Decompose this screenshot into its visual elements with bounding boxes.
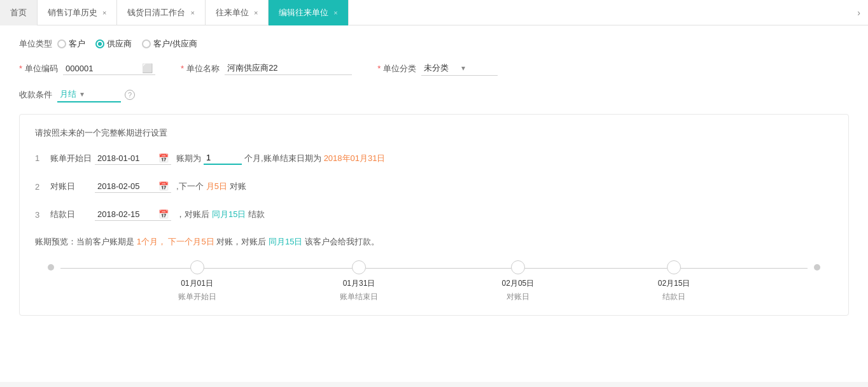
timeline: 01月01日账单开始日01月31日账单结束日02月05日对账日02月15日结款日 xyxy=(35,260,833,302)
preview-part3: 对账，对账后 xyxy=(216,237,266,246)
period-calendar-icon-1[interactable]: 📅 xyxy=(158,153,169,163)
tab-home-label: 首页 xyxy=(10,7,27,18)
radio-customer-circle xyxy=(57,39,66,48)
unit-code-input-wrapper: ⬜ xyxy=(63,62,155,75)
period-date-3: 📅 xyxy=(95,208,171,221)
unit-name-field: * 单位名称 xyxy=(181,62,352,75)
period-suffix-1: 账期为 个月,账单结束日期为 2018年01月31日 xyxy=(176,151,385,165)
panel-title: 请按照未来的一个完整帐期进行设置 xyxy=(35,127,833,139)
radio-both-circle xyxy=(142,39,151,48)
unit-code-input[interactable] xyxy=(63,62,139,74)
tab-partner-units[interactable]: 往来单位 × xyxy=(206,0,269,25)
unit-info-row: * 单位编码 ⬜ * 单位名称 * 单位分类 未分类 ▾ xyxy=(19,61,849,76)
close-edit-partner[interactable]: × xyxy=(333,9,337,17)
timeline-dot-0 xyxy=(190,260,204,274)
period-row-2: 2 对账日 📅 ,下一个 月5日 对账 xyxy=(35,180,833,193)
unit-code-star: * xyxy=(19,64,22,73)
timeline-date-3: 02月15日 xyxy=(658,278,690,289)
radio-supplier-label: 供应商 xyxy=(107,38,132,50)
radio-supplier[interactable]: 供应商 xyxy=(95,38,132,50)
period-suffix-text-3: 结款 xyxy=(248,209,265,220)
timeline-name-0: 账单开始日 xyxy=(178,292,216,302)
timeline-dot-1 xyxy=(352,260,366,274)
radio-both[interactable]: 客户/供应商 xyxy=(142,38,197,50)
period-suffix-2: ,下一个 月5日 对账 xyxy=(176,181,246,192)
close-cash-workbench[interactable]: × xyxy=(190,9,194,17)
tab-home[interactable]: 首页 xyxy=(0,0,38,25)
radio-both-label: 客户/供应商 xyxy=(153,38,197,50)
unit-code-field: * 单位编码 ⬜ xyxy=(19,62,155,75)
payment-select[interactable]: 月结 ▾ xyxy=(57,87,121,102)
timeline-date-0: 01月01日 xyxy=(181,278,213,289)
timeline-points: 01月01日账单开始日01月31日账单结束日02月05日对账日02月15日结款日 xyxy=(48,260,820,302)
tabs-bar: 首页 销售订单历史 × 钱货日清工作台 × 往来单位 × 编辑往来单位 × › xyxy=(0,0,868,25)
tab-cash-workbench[interactable]: 钱货日清工作台 × xyxy=(117,0,205,25)
payment-value: 月结 xyxy=(60,88,76,100)
period-highlight-3: 同月15日 xyxy=(212,209,246,220)
period-prefix-3: ，对账后 xyxy=(176,209,209,220)
period-highlight-2: 月5日 xyxy=(206,181,227,192)
radio-customer[interactable]: 客户 xyxy=(57,38,85,50)
timeline-point-2: 02月05日对账日 xyxy=(502,260,535,302)
unit-name-input[interactable] xyxy=(225,62,352,75)
unit-type-row: 单位类型 客户 供应商 客户/供应商 xyxy=(19,38,849,50)
period-calendar-icon-3[interactable]: 📅 xyxy=(158,209,169,219)
period-calendar-icon-2[interactable]: 📅 xyxy=(158,181,169,191)
period-label-2: 对账日 xyxy=(50,181,95,192)
unit-class-field: * 单位分类 未分类 ▾ xyxy=(377,61,498,76)
unit-code-copy-icon[interactable]: ⬜ xyxy=(139,63,155,73)
period-panel: 请按照未来的一个完整帐期进行设置 1 账单开始日 📅 账期为 个月,账单结束日期… xyxy=(19,114,849,316)
unit-code-label: 单位编码 xyxy=(25,63,58,74)
preview-label: 账期预览：当前客户账期是 xyxy=(35,237,134,246)
tab-edit-partner[interactable]: 编辑往来单位 × xyxy=(269,0,348,25)
period-num-1: 1 xyxy=(35,153,50,163)
period-label-3: 结款日 xyxy=(50,209,95,220)
unit-type-radio-group: 客户 供应商 客户/供应商 xyxy=(57,38,197,50)
tabs-chevron[interactable]: › xyxy=(850,8,868,18)
unit-class-value: 未分类 xyxy=(424,62,458,74)
tab-cash-workbench-label: 钱货日清工作台 xyxy=(127,7,185,18)
payment-row: 收款条件 月结 ▾ ? xyxy=(19,87,849,102)
radio-supplier-circle xyxy=(95,39,104,48)
period-row-1: 1 账单开始日 📅 账期为 个月,账单结束日期为 2018年01月31日 xyxy=(35,151,833,165)
preview-part5: 该客户会给我打款。 xyxy=(305,237,379,246)
period-row-3: 3 结款日 📅 ，对账后 同月15日 结款 xyxy=(35,208,833,221)
period-end-date: 2018年01月31日 xyxy=(324,153,386,164)
radio-customer-label: 客户 xyxy=(69,38,85,50)
unit-name-star: * xyxy=(181,64,184,73)
payment-help-icon[interactable]: ? xyxy=(125,90,135,100)
period-prefix-2: ,下一个 xyxy=(176,181,204,192)
timeline-start-dot xyxy=(48,264,54,271)
timeline-date-2: 02月05日 xyxy=(502,278,535,289)
unit-name-label: 单位名称 xyxy=(186,63,220,74)
period-num-3: 3 xyxy=(35,210,50,220)
period-num-2: 2 xyxy=(35,182,50,192)
preview-part1: 1个月， xyxy=(137,237,166,246)
timeline-point-0: 01月01日账单开始日 xyxy=(178,260,216,302)
preview-section: 账期预览：当前客户账期是 1个月， 下一个月5日 对账，对账后 同月15日 该客… xyxy=(35,236,833,248)
timeline-end-dot xyxy=(814,264,820,271)
preview-part4: 同月15日 xyxy=(269,237,302,246)
close-sales-history[interactable]: × xyxy=(102,9,106,17)
unit-class-label: 单位分类 xyxy=(383,63,416,74)
timeline-point-3: 02月15日结款日 xyxy=(658,260,690,302)
unit-class-star: * xyxy=(377,64,381,73)
period-date-input-3[interactable] xyxy=(95,208,158,220)
tab-partner-units-label: 往来单位 xyxy=(216,7,249,18)
timeline-point-1: 01月31日账单结束日 xyxy=(340,260,378,302)
period-date-1: 📅 xyxy=(95,152,171,165)
timeline-dot-2 xyxy=(511,260,525,274)
unit-class-chevron-icon: ▾ xyxy=(461,64,495,73)
unit-type-label: 单位类型 xyxy=(19,38,52,50)
close-partner-units[interactable]: × xyxy=(254,9,258,17)
tab-sales-history[interactable]: 销售订单历史 × xyxy=(38,0,117,25)
period-suffix-text-1: 账期为 xyxy=(176,153,201,164)
timeline-name-3: 结款日 xyxy=(662,292,685,302)
period-date-input-2[interactable] xyxy=(95,180,158,192)
timeline-date-1: 01月31日 xyxy=(343,278,375,289)
period-date-input-1[interactable] xyxy=(95,152,158,164)
unit-class-select[interactable]: 未分类 ▾ xyxy=(421,61,498,76)
period-label-1: 账单开始日 xyxy=(50,153,95,164)
period-months-suffix: 个月,账单结束日期为 xyxy=(244,153,321,164)
period-months-input[interactable] xyxy=(204,151,242,165)
